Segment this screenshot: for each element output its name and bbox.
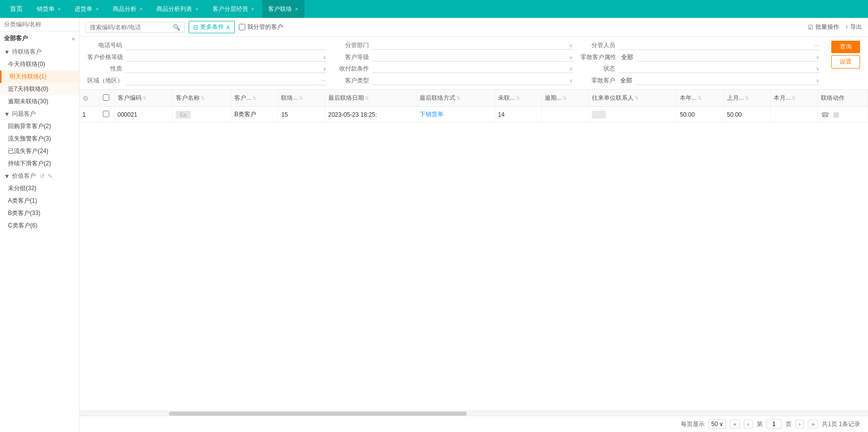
sidebar-section-pending[interactable]: ▼ 待联络客户 — [0, 46, 79, 58]
customer-type-down-arrow-icon: ∨ — [569, 78, 573, 83]
filter-status: 状态 ∨ — [580, 65, 819, 73]
col-this-year-sort-icon[interactable]: ⇅ — [698, 95, 702, 101]
sidebar-collapse-icon[interactable]: « — [72, 35, 75, 42]
col-this-year: 本年... ⇅ — [677, 90, 724, 107]
close-customer-contact-icon[interactable]: × — [295, 6, 298, 12]
sidebar-section-problems[interactable]: ▼ 问题客户 — [0, 108, 79, 120]
scrollbar-thumb[interactable] — [169, 412, 467, 416]
col-name-sort-icon[interactable]: ⇅ — [201, 95, 205, 101]
next-page-button[interactable]: › — [796, 420, 804, 429]
sidebar-item-class-b[interactable]: B类客户(33) — [0, 207, 79, 219]
page-size-arrow-icon: ∨ — [719, 421, 723, 428]
search-input[interactable] — [90, 24, 171, 31]
more-filter-button[interactable]: ⊟ 更多条件 ∧ — [189, 21, 235, 33]
nav-sales-order[interactable]: 销货单 × — [31, 0, 67, 18]
close-product-analysis-list-icon[interactable]: × — [195, 6, 198, 12]
refresh-icon[interactable]: ↺ — [40, 173, 45, 180]
column-settings-icon[interactable]: ⚙ — [82, 94, 89, 102]
filter-dept: 分管部门 ∨ — [334, 41, 573, 50]
close-sales-order-icon[interactable]: × — [58, 6, 61, 12]
filter-scatter-customer-select[interactable]: ∨ — [635, 77, 819, 85]
col-code-label: 客户编码 — [118, 94, 142, 102]
page-size-select[interactable]: 50 ∨ — [709, 419, 725, 429]
sidebar-section-value[interactable]: ▼ 价值客户 ↺ ✎ — [0, 170, 79, 182]
filter-price-level-select[interactable]: ∨ — [126, 54, 326, 62]
sidebar-item-class-a[interactable]: A类客户(1) — [0, 195, 79, 207]
scatter-attr-down-arrow-icon: ∨ — [816, 55, 819, 60]
sidebar-search-input[interactable] — [4, 21, 78, 28]
horizontal-scrollbar[interactable] — [79, 411, 868, 416]
filter-customer-level-select[interactable]: ∨ — [372, 54, 573, 62]
col-unit-contact: 往来单位联系人 ⇅ — [588, 90, 676, 107]
col-code-sort-icon[interactable]: ⇅ — [143, 95, 146, 101]
sidebar-item-churned[interactable]: 已流失客户(24) — [0, 145, 79, 157]
batch-button[interactable]: ☑ 批量操作 — [808, 23, 839, 31]
filter-customer-type-select[interactable]: ∨ — [372, 77, 573, 85]
nav-customer-contact[interactable]: 客户联络 × — [262, 0, 304, 18]
filter-scatter-attr-select[interactable]: ∨ — [636, 54, 819, 62]
col-last-month-sort-icon[interactable]: ⇅ — [745, 95, 749, 101]
sidebar-item-class-c[interactable]: C类客户(6) — [0, 219, 79, 232]
sidebar-item-7days[interactable]: 近7天待联络(0) — [0, 83, 79, 95]
sidebar-item-tomorrow[interactable]: 明天待联络(1) — [0, 71, 79, 83]
col-overdue-label: 逾期... — [545, 94, 562, 102]
close-purchase-order-icon[interactable]: × — [95, 6, 98, 12]
col-last-date-sort-icon[interactable]: ⇅ — [365, 95, 369, 101]
last-method-link[interactable]: 下销货单 — [420, 111, 443, 118]
sidebar-item-churn-warning[interactable]: 流失预警客户(3) — [0, 133, 79, 145]
grid-action-icon[interactable]: ⊞ — [833, 111, 839, 119]
last-page-button[interactable]: » — [808, 420, 818, 429]
filter-phone-label: 电话号码 — [87, 41, 122, 50]
nav-product-analysis[interactable]: 商品分析 × — [107, 0, 148, 18]
row-checkbox[interactable] — [103, 111, 109, 117]
col-unit-contact-sort-icon[interactable]: ⇅ — [635, 95, 639, 101]
filter-region-dots[interactable]: ··· — [321, 77, 326, 84]
col-last-method-sort-icon[interactable]: ⇅ — [456, 95, 460, 101]
cell-name: Ea — [173, 107, 231, 123]
filter-manager: 分管人员 ··· — [580, 41, 819, 50]
search-icon[interactable]: 🔍 — [173, 24, 180, 31]
col-overdue-sort-icon[interactable]: ⇅ — [563, 95, 567, 101]
col-type-sort-icon[interactable]: ⇅ — [252, 95, 256, 101]
nav-home[interactable]: 首页 — [4, 0, 29, 18]
my-customers-toggle[interactable]: 我分管的客户 — [239, 23, 283, 31]
filter-nature-select[interactable]: ∨ — [125, 65, 326, 73]
col-not-contacted-sort-icon[interactable]: ⇅ — [516, 95, 520, 101]
nav-product-analysis-list[interactable]: 商品分析列表 × — [150, 0, 204, 18]
filter-scatter-customer-label: 零散客户 — [580, 76, 615, 85]
sidebar-item-today[interactable]: 今天待联络(0) — [0, 58, 79, 71]
close-product-analysis-icon[interactable]: × — [140, 6, 143, 12]
edit-icon[interactable]: ✎ — [48, 173, 53, 180]
nav-customer-tier[interactable]: 客户分层经营 × — [207, 0, 260, 18]
col-this-month-sort-icon[interactable]: ⇅ — [792, 95, 796, 101]
prev-page-button[interactable]: ‹ — [744, 420, 753, 429]
filter-dept-select[interactable]: ∨ — [372, 42, 573, 50]
page-number-input[interactable] — [767, 419, 782, 429]
cell-action: ☎ ⊞ — [817, 107, 868, 123]
filter-phone-input[interactable] — [125, 41, 326, 50]
select-all-checkbox[interactable] — [103, 94, 109, 101]
page-unit: 页 — [786, 420, 792, 429]
main-layout: 🔍 全部客户 « ▼ 待联络客户 今天待联络(0) 明天待联络(1) 近7天待联… — [0, 18, 868, 432]
filter-row-2: 客户价格等级 ∨ 客户等级 ∨ — [87, 53, 819, 62]
export-button[interactable]: ↑ 导出 — [845, 23, 862, 31]
my-customers-checkbox[interactable] — [239, 24, 245, 30]
sidebar-item-repurchase-abnormal[interactable]: 回购异常客户(2) — [0, 120, 79, 133]
settings-button[interactable]: 设置 — [831, 55, 860, 69]
close-customer-tier-icon[interactable]: × — [251, 6, 254, 12]
phone-action-icon[interactable]: ☎ — [821, 111, 829, 119]
value-arrow-icon: ▼ — [4, 173, 10, 180]
value-section-label: 价值客户 — [12, 172, 36, 180]
sidebar-item-ungrouped[interactable]: 未分组(32) — [0, 182, 79, 195]
sidebar-item-declining[interactable]: 持续下滑客户(2) — [0, 157, 79, 170]
export-icon: ↑ — [845, 24, 848, 31]
col-contacts-sort-icon[interactable]: ⇅ — [299, 95, 303, 101]
filter-status-select[interactable]: ∨ — [618, 65, 819, 73]
query-button[interactable]: 查询 — [831, 41, 860, 53]
sidebar-item-overdue[interactable]: 逾期未联络(30) — [0, 95, 79, 108]
filter-payment-select[interactable]: ∨ — [372, 65, 573, 73]
first-page-button[interactable]: « — [730, 420, 740, 429]
filter-nature: 性质 ∨ — [87, 65, 326, 73]
filter-manager-dots[interactable]: ··· — [814, 42, 819, 49]
nav-purchase-order[interactable]: 进货单 × — [69, 0, 104, 18]
